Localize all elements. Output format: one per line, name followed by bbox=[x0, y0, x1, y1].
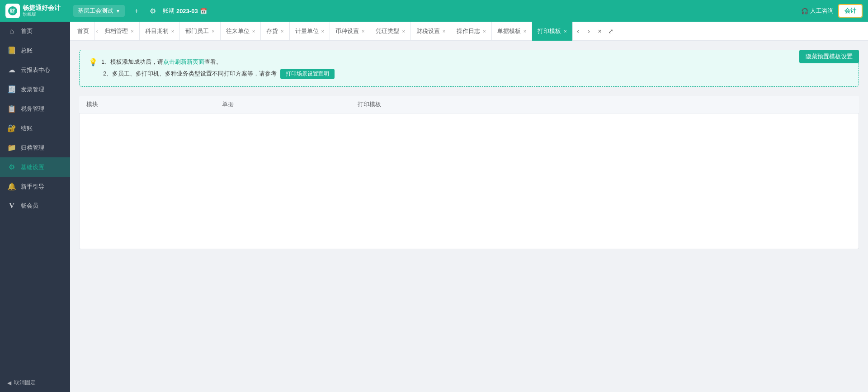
kuaiji-button[interactable]: 会计 bbox=[838, 4, 863, 18]
tab-label-vendor: 往来单位 bbox=[226, 27, 250, 35]
tab-archive[interactable]: 归档管理 × bbox=[99, 22, 139, 41]
tab-vendor[interactable]: 往来单位 × bbox=[221, 22, 261, 41]
tab-label-print-template: 打印模板 bbox=[538, 27, 561, 35]
tab-oplog[interactable]: 操作日志 × bbox=[451, 22, 491, 41]
sidebar-label-home: 首页 bbox=[21, 27, 33, 35]
sidebar-label-member: 畅会员 bbox=[21, 202, 38, 210]
company-name: 基层工会测试 bbox=[78, 7, 113, 15]
tab-close-dept[interactable]: × bbox=[212, 28, 214, 34]
notice-box: 💡 1、模板添加成功后，请点击刷新新页面查看。 2、多员工、多打印机、多种业务类… bbox=[79, 50, 859, 87]
tab-close-all-button[interactable]: × bbox=[594, 22, 605, 41]
tab-close-currency[interactable]: × bbox=[362, 28, 364, 34]
sidebar-label-guide: 新手引导 bbox=[21, 183, 44, 191]
archive-icon: 📁 bbox=[7, 143, 16, 152]
table-header: 模块 单据 打印模板 bbox=[79, 96, 859, 113]
print-scene-button[interactable]: 打印场景设置宣明 bbox=[280, 69, 335, 79]
sidebar-item-archive[interactable]: 📁 归档管理 bbox=[0, 138, 70, 157]
tab-label-currency: 币种设置 bbox=[335, 27, 359, 35]
sidebar-label-archive: 归档管理 bbox=[21, 144, 44, 152]
tab-subject[interactable]: 科目期初 × bbox=[140, 22, 180, 41]
ai-consult-button[interactable]: 🎧 人工咨询 bbox=[801, 7, 834, 15]
tab-label-receipt-template: 单据模板 bbox=[497, 27, 521, 35]
tab-close-inventory[interactable]: × bbox=[281, 28, 283, 34]
table-col-single: 单据 bbox=[222, 100, 358, 109]
tab-close-subject[interactable]: × bbox=[171, 28, 174, 34]
invoice-icon: 🧾 bbox=[7, 85, 16, 94]
sidebar-item-member[interactable]: V 畅会员 bbox=[0, 196, 70, 215]
tab-expand-button[interactable]: ⤢ bbox=[605, 22, 616, 41]
sidebar-label-tax: 税务管理 bbox=[21, 105, 44, 113]
tab-inventory[interactable]: 存货 × bbox=[261, 22, 289, 41]
company-dropdown-icon: ▼ bbox=[116, 9, 120, 14]
top-bar: 财 畅捷通好会计 旗舰版 基层工会测试 ▼ ＋ ⚙ 账期 2023-03 📅 🎧… bbox=[0, 0, 868, 22]
table-col-module: 模块 bbox=[86, 100, 222, 109]
sidebar-item-basic[interactable]: ⚙ 基础设置 bbox=[0, 157, 70, 177]
tab-currency[interactable]: 币种设置 × bbox=[330, 22, 370, 41]
tab-close-print-template[interactable]: × bbox=[564, 28, 566, 34]
tab-unit[interactable]: 计量单位 × bbox=[290, 22, 330, 41]
notice-line1-before: 1、模板添加成功后，请 bbox=[101, 58, 163, 65]
top-bar-actions: ＋ ⚙ bbox=[130, 5, 159, 17]
tab-label-tax-settings: 财税设置 bbox=[416, 27, 440, 35]
unpin-button[interactable]: ◀ 取消固定 bbox=[0, 373, 70, 392]
tab-dept[interactable]: 部门员工 × bbox=[180, 22, 220, 41]
sidebar-label-basic: 基础设置 bbox=[21, 163, 44, 171]
tab-voucher-type[interactable]: 凭证类型 × bbox=[370, 22, 410, 41]
table-body bbox=[79, 113, 859, 249]
sidebar-item-report[interactable]: ☁ 云报表中心 bbox=[0, 60, 70, 80]
tab-label-archive: 归档管理 bbox=[104, 27, 128, 35]
tab-home[interactable]: 首页 bbox=[72, 22, 95, 41]
lightbulb-icon: 💡 bbox=[89, 58, 98, 66]
main-content: 首页 ‹ 归档管理 × 科目期初 × 部门员工 × 往来单位 × bbox=[70, 22, 868, 392]
tab-close-unit[interactable]: × bbox=[321, 28, 324, 34]
calendar-icon[interactable]: 📅 bbox=[200, 8, 207, 14]
tab-label-oplog: 操作日志 bbox=[457, 27, 480, 35]
guide-icon: 🔔 bbox=[7, 182, 16, 191]
period-value: 2023-03 bbox=[176, 8, 198, 14]
ai-consult-label: 人工咨询 bbox=[810, 7, 834, 15]
sidebar-item-guide[interactable]: 🔔 新手引导 bbox=[0, 177, 70, 196]
sidebar-label-closing: 结账 bbox=[21, 124, 33, 132]
tab-close-tax-settings[interactable]: × bbox=[443, 28, 445, 34]
notice-line2-before: 2、多员工、多打印机、多种业务类型设置不同打印方案等，请参考 bbox=[103, 70, 277, 77]
hide-preview-settings-button[interactable]: 隐藏预置模板设置 bbox=[799, 50, 859, 63]
basic-icon: ⚙ bbox=[7, 163, 16, 171]
company-selector[interactable]: 基层工会测试 ▼ bbox=[73, 5, 125, 17]
sidebar-item-tax[interactable]: 📋 税务管理 bbox=[0, 99, 70, 118]
logo-area: 财 畅捷通好会计 旗舰版 bbox=[5, 4, 69, 18]
sidebar-item-invoice[interactable]: 🧾 发票管理 bbox=[0, 80, 70, 99]
sidebar-label-ledger: 总账 bbox=[21, 47, 33, 55]
settings-icon[interactable]: ⚙ bbox=[146, 5, 159, 17]
notice-text-2: 2、多员工、多打印机、多种业务类型设置不同打印方案等，请参考 打印场景设置宣明 bbox=[103, 69, 335, 79]
tab-next-button[interactable]: › bbox=[584, 22, 594, 41]
sidebar-item-home[interactable]: ⌂ 首页 bbox=[0, 22, 70, 41]
closing-icon: 🔐 bbox=[7, 124, 16, 132]
content-area: ⌂ 首页 📒 总账 ☁ 云报表中心 🧾 发票管理 📋 税务管理 🔐 结账 bbox=[0, 22, 868, 392]
top-bar-right: 🎧 人工咨询 会计 bbox=[801, 4, 863, 18]
period-label: 账期 bbox=[163, 7, 175, 15]
tab-close-receipt-template[interactable]: × bbox=[524, 28, 526, 34]
add-tab-button[interactable]: ＋ bbox=[130, 5, 143, 17]
tab-tax-settings[interactable]: 财税设置 × bbox=[411, 22, 451, 41]
notice-line1-after: 查看。 bbox=[204, 58, 222, 65]
ledger-icon: 📒 bbox=[7, 46, 16, 55]
tab-close-archive[interactable]: × bbox=[131, 28, 133, 34]
tab-print-template[interactable]: 打印模板 × bbox=[532, 22, 572, 41]
report-icon: ☁ bbox=[7, 66, 16, 74]
sidebar-item-ledger[interactable]: 📒 总账 bbox=[0, 41, 70, 60]
sidebar-item-closing[interactable]: 🔐 结账 bbox=[0, 118, 70, 138]
tab-close-voucher-type[interactable]: × bbox=[402, 28, 405, 34]
member-icon: V bbox=[7, 202, 16, 210]
notice-refresh-link[interactable]: 点击刷新新页面 bbox=[163, 58, 204, 65]
tab-label-home: 首页 bbox=[77, 27, 89, 35]
tab-close-oplog[interactable]: × bbox=[483, 28, 486, 34]
sidebar-label-report: 云报表中心 bbox=[21, 66, 50, 74]
tab-label-subject: 科目期初 bbox=[145, 27, 169, 35]
tab-close-vendor[interactable]: × bbox=[252, 28, 255, 34]
tab-prev-button[interactable]: ‹ bbox=[573, 22, 584, 41]
page-inner: 隐藏预置模板设置 💡 1、模板添加成功后，请点击刷新新页面查看。 bbox=[79, 50, 859, 249]
tab-label-voucher-type: 凭证类型 bbox=[376, 27, 399, 35]
tab-label-inventory: 存货 bbox=[266, 27, 278, 35]
home-icon: ⌂ bbox=[7, 27, 16, 35]
tab-receipt-template[interactable]: 单据模板 × bbox=[492, 22, 532, 41]
